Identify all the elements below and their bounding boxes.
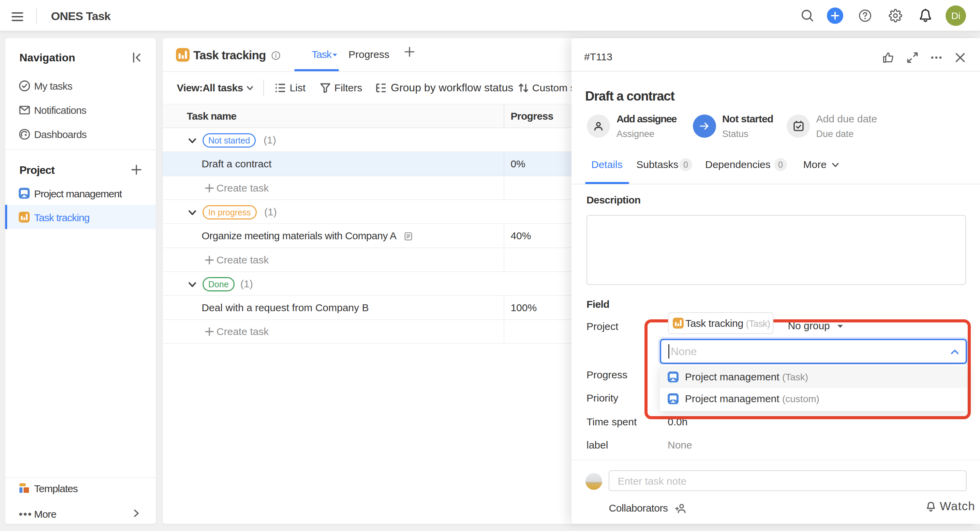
svg-text:Di: Di bbox=[951, 11, 960, 21]
